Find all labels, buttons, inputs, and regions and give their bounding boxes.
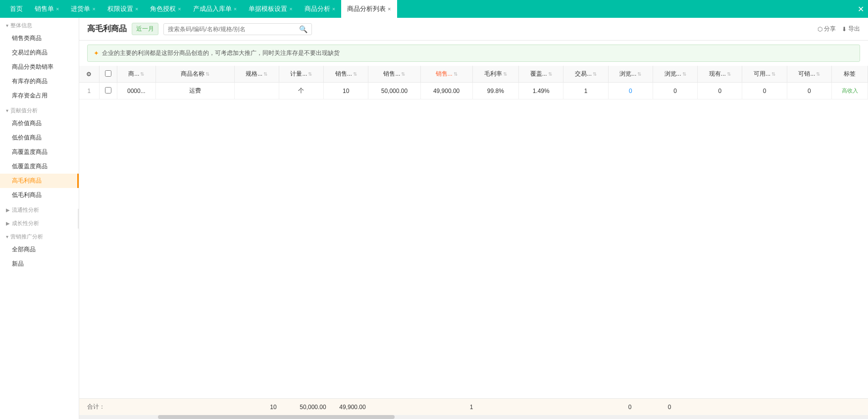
content-area: 高毛利商品 近一月 🔍 ⬡ 分享 ⬇ 导出 ✦ 企业的主要的利润都是这部分商品创… xyxy=(79,18,868,419)
footer-sales-count: 10 xyxy=(254,404,293,411)
sidebar-toggle[interactable]: ◀ xyxy=(78,209,79,229)
cell-name: 运费 xyxy=(156,83,234,99)
col-available-stock[interactable]: 可用...⇅ xyxy=(742,66,787,83)
col-sales-count[interactable]: 销售...⇅ xyxy=(324,66,368,83)
sidebar-item-in-stock[interactable]: 有库存的商品 xyxy=(0,74,79,89)
content-header: 高毛利商品 近一月 🔍 ⬡ 分享 ⬇ 导出 xyxy=(79,18,868,41)
scrollbar-thumb[interactable] xyxy=(158,415,395,419)
sidebar-item-new-goods[interactable]: 新品 xyxy=(0,257,79,271)
sidebar-item-traded-goods[interactable]: 交易过的商品 xyxy=(0,46,79,60)
col-gross-margin[interactable]: 毛利率⇅ xyxy=(472,66,518,83)
sidebar-item-high-value[interactable]: 高价值商品 xyxy=(0,116,79,131)
sidebar-group-contribution[interactable]: ▾ 贡献值分析 xyxy=(0,103,79,116)
col-browse2[interactable]: 浏览...⇅ xyxy=(653,66,697,83)
sidebar-group-marketing[interactable]: ▾ 营销推广分析 xyxy=(0,229,79,242)
sidebar-item-low-value[interactable]: 低价值商品 xyxy=(0,131,79,145)
close-all-icon: ✕ xyxy=(858,4,864,14)
sidebar-group-growth[interactable]: ▶ 成长性分析 xyxy=(0,216,79,229)
search-input[interactable] xyxy=(168,26,299,33)
cell-transaction: 1 xyxy=(563,83,608,99)
filter-recent-month-button[interactable]: 近一月 xyxy=(132,23,158,35)
col-browse1[interactable]: 浏览...⇅ xyxy=(608,66,653,83)
sort-icon-browse1: ⇅ xyxy=(637,71,641,77)
info-icon: ✦ xyxy=(94,49,99,57)
nav-home[interactable]: 首页 xyxy=(4,0,29,18)
nav-product-analysis-list[interactable]: 商品分析列表 × xyxy=(341,0,397,18)
data-table: ⚙ 商...⇅ 商品名称⇅ 规格...⇅ xyxy=(79,66,868,99)
col-saleable-stock[interactable]: 可销...⇅ xyxy=(787,66,831,83)
sidebar-group-liquidity[interactable]: ▶ 流通性分析 xyxy=(0,202,79,216)
close-all-button[interactable]: ✕ xyxy=(858,4,864,14)
export-button[interactable]: ⬇ 导出 xyxy=(842,25,860,33)
browse1-link[interactable]: 0 xyxy=(629,88,632,94)
col-checkbox xyxy=(99,66,117,83)
table-footer: 合计： 10 50,000.00 49,900.00 1 0 0 xyxy=(79,398,868,415)
table-body: 1 0000... 运费 个 10 50,000.00 49,900.00 99… xyxy=(79,83,868,99)
nav-sales[interactable]: 销售单 × xyxy=(29,0,65,18)
nav-sales-close[interactable]: × xyxy=(56,6,59,12)
sidebar-item-stock-capital[interactable]: 库存资金占用 xyxy=(0,89,79,103)
nav-product-analysis-close[interactable]: × xyxy=(332,6,335,12)
sort-icon-sales-profit: ⇅ xyxy=(454,71,458,77)
page-title: 高毛利商品 xyxy=(87,24,127,34)
cell-sales-count: 10 xyxy=(324,83,368,99)
sort-icon-code: ⇅ xyxy=(140,71,144,77)
nav-template[interactable]: 单据模板设置 × xyxy=(243,0,298,18)
nav-product-analysis-list-close[interactable]: × xyxy=(388,6,391,12)
settings-icon[interactable]: ⚙ xyxy=(86,71,92,78)
sidebar-item-high-coverage[interactable]: 高覆盖度商品 xyxy=(0,145,79,159)
nav-product-analysis[interactable]: 商品分析 × xyxy=(299,0,341,18)
sort-icon-spec: ⇅ xyxy=(263,71,267,77)
sort-icon-current-stock: ⇅ xyxy=(727,71,731,77)
cell-coverage: 1.49% xyxy=(519,83,563,99)
sidebar-item-low-margin[interactable]: 低毛利商品 xyxy=(0,188,79,202)
cell-sales-amount: 50,000.00 xyxy=(368,83,420,99)
sidebar-item-category-rate[interactable]: 商品分类助销率 xyxy=(0,60,79,74)
nav-permissions-close[interactable]: × xyxy=(135,6,138,12)
nav-roles-close[interactable]: × xyxy=(178,6,181,12)
search-icon[interactable]: 🔍 xyxy=(299,25,307,33)
col-coverage[interactable]: 覆盖...⇅ xyxy=(519,66,563,83)
nav-roles[interactable]: 角色授权 × xyxy=(144,0,187,18)
col-code[interactable]: 商...⇅ xyxy=(117,66,156,83)
nav-purchase[interactable]: 进货单 × xyxy=(65,0,101,18)
row-checkbox[interactable] xyxy=(105,87,111,93)
footer-cell-spacer xyxy=(115,404,254,411)
sidebar-item-sales-goods[interactable]: 销售类商品 xyxy=(0,31,79,46)
group-arrow-marketing: ▾ xyxy=(6,234,8,239)
share-button[interactable]: ⬡ 分享 xyxy=(817,25,836,33)
sidebar: ◀ ▾ 整体信息 销售类商品 交易过的商品 商品分类助销率 有库存的商品 库存资… xyxy=(0,18,79,419)
group-arrow-liquidity: ▶ xyxy=(6,207,10,213)
group-arrow-overall: ▾ xyxy=(6,23,8,28)
cell-checkbox xyxy=(99,83,117,99)
nav-template-close[interactable]: × xyxy=(289,6,292,12)
cell-saleable-stock: 0 xyxy=(787,83,831,99)
sidebar-item-all-goods[interactable]: 全部商品 xyxy=(0,242,79,257)
nav-purchase-close[interactable]: × xyxy=(92,6,95,12)
nav-finished-goods[interactable]: 产成品入库单 × xyxy=(187,0,243,18)
horizontal-scrollbar[interactable] xyxy=(79,415,868,419)
col-settings: ⚙ xyxy=(79,66,99,83)
col-transaction[interactable]: 交易...⇅ xyxy=(563,66,608,83)
col-sales-profit[interactable]: 销售...⇅ xyxy=(420,66,472,83)
footer-browse2-spacer xyxy=(531,404,570,411)
col-unit[interactable]: 计量...⇅ xyxy=(279,66,323,83)
col-name[interactable]: 商品名称⇅ xyxy=(156,66,234,83)
sidebar-item-low-coverage[interactable]: 低覆盖度商品 xyxy=(0,159,79,174)
nav-finished-goods-close[interactable]: × xyxy=(234,6,237,12)
sidebar-item-high-margin[interactable]: 高毛利商品 xyxy=(0,174,79,188)
footer-saleable-stock: 0 xyxy=(650,404,689,411)
select-all-checkbox[interactable] xyxy=(105,70,111,77)
sort-icon-name: ⇅ xyxy=(205,71,209,77)
cell-spec xyxy=(234,83,279,99)
col-current-stock[interactable]: 现有...⇅ xyxy=(698,66,742,83)
search-box: 🔍 xyxy=(163,23,312,35)
col-spec[interactable]: 规格...⇅ xyxy=(234,66,279,83)
footer-cells: 10 50,000.00 49,900.00 1 0 0 xyxy=(115,404,860,411)
sort-icon-sales-amount: ⇅ xyxy=(401,71,405,77)
sidebar-group-overall[interactable]: ▾ 整体信息 xyxy=(0,18,79,31)
sort-icon-gross-margin: ⇅ xyxy=(503,71,507,77)
cell-gross-margin: 99.8% xyxy=(472,83,518,99)
col-sales-amount[interactable]: 销售...⇅ xyxy=(368,66,420,83)
nav-permissions[interactable]: 权限设置 × xyxy=(102,0,144,18)
